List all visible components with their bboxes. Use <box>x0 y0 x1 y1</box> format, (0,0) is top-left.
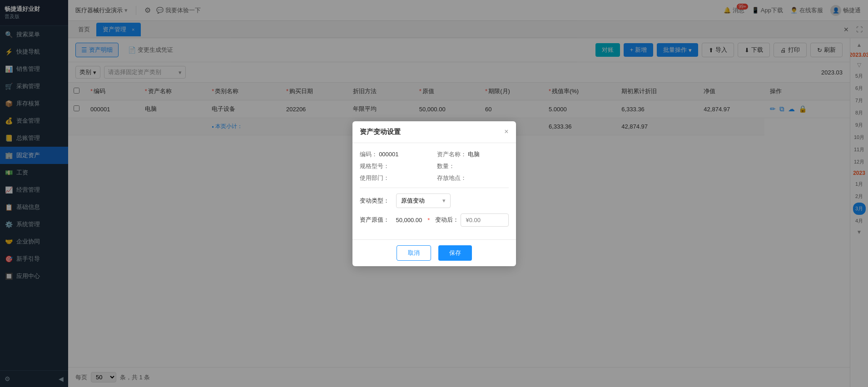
original-value-display: 50,000.00 <box>396 217 422 223</box>
dialog-body: 编码： 000001 资产名称： 电脑 规格型号： 数量： 使用部门： <box>352 143 516 239</box>
after-change-input[interactable] <box>461 213 508 227</box>
dialog-header: 资产变动设置 × <box>352 121 516 143</box>
dialog-info-grid: 编码： 000001 资产名称： 电脑 规格型号： 数量： 使用部门： <box>360 150 509 182</box>
after-change-label: 变动后： <box>435 216 459 224</box>
dialog-spec: 规格型号： <box>360 162 432 170</box>
dialog-close-button[interactable]: × <box>504 128 508 136</box>
change-type-value: 原值变动 <box>401 197 425 205</box>
dialog-divider <box>360 188 509 188</box>
asset-change-dialog: 资产变动设置 × 编码： 000001 资产名称： 电脑 规格型号： 数量： <box>352 121 516 266</box>
quantity-label: 数量： <box>437 163 455 169</box>
change-type-dropdown-icon: ▾ <box>442 197 446 204</box>
dialog-dept: 使用部门： <box>360 174 432 182</box>
change-type-field: 变动类型： 原值变动 ▾ <box>360 194 509 208</box>
asset-name-value: 电脑 <box>468 151 480 158</box>
save-button[interactable]: 保存 <box>438 245 472 261</box>
code-value: 000001 <box>379 151 398 158</box>
dialog-footer: 取消 保存 <box>352 239 516 266</box>
modal-overlay: 资产变动设置 × 编码： 000001 资产名称： 电脑 规格型号： 数量： <box>0 0 868 387</box>
change-type-select[interactable]: 原值变动 ▾ <box>396 194 451 208</box>
dialog-asset-name: 资产名称： 电脑 <box>437 150 509 159</box>
dialog-code: 编码： 000001 <box>360 150 432 159</box>
dialog-quantity: 数量： <box>437 162 509 170</box>
dialog-location: 存放地点： <box>437 174 509 182</box>
dialog-title: 资产变动设置 <box>360 128 401 136</box>
original-value-label: 资产原值： <box>360 216 396 224</box>
original-value-field: 资产原值： 50,000.00 * 变动后： <box>360 213 509 227</box>
location-label: 存放地点： <box>437 174 466 181</box>
dept-label: 使用部门： <box>360 174 389 181</box>
asset-name-label: 资产名称： <box>437 151 466 158</box>
after-change-star: * <box>427 217 430 223</box>
change-type-label: 变动类型： <box>360 197 396 205</box>
code-label: 编码： <box>360 151 377 158</box>
cancel-button[interactable]: 取消 <box>397 245 431 261</box>
spec-label: 规格型号： <box>360 163 389 169</box>
